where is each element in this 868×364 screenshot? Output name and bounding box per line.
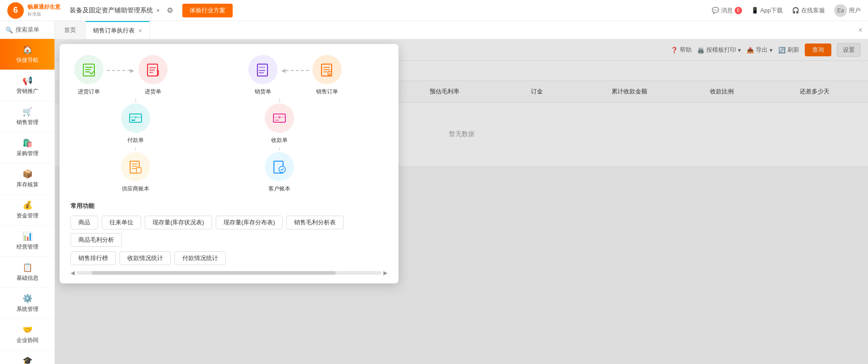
message-item[interactable]: 💬 消息 6 [712,6,742,15]
popup-scrollbar-thumb [92,271,336,275]
settings-icon[interactable]: ⚙ [167,6,173,15]
common-btn-stock-status[interactable]: 现存量(库存状况表) [145,216,212,229]
message-badge: 6 [735,7,742,14]
flow-sales-bill[interactable]: 销货单 [248,55,278,96]
flow-sales-order[interactable]: 销售订单 [312,55,342,96]
online-service-label: 在线客服 [801,6,825,15]
flow-receipt-bill[interactable]: ¥ 收款单 [265,103,294,144]
window-close-icon[interactable]: × [858,26,863,34]
bag-icon: 🛍️ [22,138,33,148]
online-service-item[interactable]: 🎧 在线客服 [792,6,825,15]
user-item[interactable]: Ea 用户 [834,4,861,17]
common-btn-product-profit[interactable]: 商品毛利分析 [71,233,122,247]
common-btn-stock-distribution[interactable]: 现存量(库存分布表) [216,216,283,229]
common-btn-partner[interactable]: 往来单位 [102,216,141,229]
graduate-icon: 🎓 [22,356,33,364]
sidebar-label-marketing: 营销推广 [16,87,38,95]
flow-chart: 进货订单 ▶ 进货单 [71,55,388,193]
system-title-area: 装备及固定资产辅助管理系统 ▾ ⚙ 体验行业方案 [70,4,712,17]
sidebar-item-enterprise[interactable]: 🤝 企业协同 [0,319,55,350]
flow-purchase-order[interactable]: 进货订单 [74,55,104,96]
arrow-v-2: ↓ [134,144,137,152]
flow-customer-account[interactable]: 客户账本 [265,152,294,193]
svg-rect-18 [259,66,265,68]
sidebar-label-system: 系统管理 [16,305,38,313]
phone-icon: 📱 [751,7,759,14]
avatar: Ea [834,4,847,17]
svg-rect-16 [136,168,141,173]
sidebar-label-finance: 资金管理 [16,212,38,220]
sidebar-item-sales[interactable]: 🛒 销售管理 [0,101,55,132]
payment-bill-circle: ¥ [121,103,150,133]
logo-area: 6 畅康通好生意 标准版 [7,2,62,19]
common-buttons-row1: 商品 往来单位 现存量(库存状况表) 现存量(库存分布表) 销售毛利分析表 商品… [71,216,388,247]
flow-row-1: 进货订单 ▶ 进货单 [71,55,171,96]
popup-scrollbar [76,271,382,275]
app-download-label: App下载 [760,6,783,15]
sidebar-item-marketing[interactable]: 📢 营销推广 [0,70,55,101]
flow-row-3: 供应商账本 [117,152,154,193]
sidebar-item-system[interactable]: ⚙️ 系统管理 [0,288,55,319]
megaphone-icon: 📢 [22,76,33,86]
sidebar: 🔍 搜索菜单 🏠 快捷导航 📢 营销推广 🛒 销售管理 🛍️ 采购管理 📦 库存… [0,21,55,364]
tab-close-icon[interactable]: × [138,27,142,34]
logo-icon: 6 [7,2,24,19]
flow-payment-bill[interactable]: ¥ 付款单 [121,103,150,144]
trial-button[interactable]: 体验行业方案 [182,4,233,17]
supplier-account-label: 供应商账本 [122,185,149,193]
arrow-head-r: ◀ [281,67,286,74]
dropdown-arrow-icon[interactable]: ▾ [157,7,159,14]
sidebar-item-purchase[interactable]: 🛍️ 采购管理 [0,132,55,163]
svg-rect-17 [257,64,267,76]
flow-purchase-bill[interactable]: 进货单 [138,55,168,96]
message-label: 消息 [721,6,733,15]
arrow-h-1 [107,70,130,71]
flow-row-r1: 销货单 ◀ 销售订单 [245,55,345,96]
headset-icon: 🎧 [792,7,799,14]
popup-overlay: 进货订单 ▶ 进货单 [55,39,868,364]
scroll-right-icon[interactable]: ▶ [383,270,388,276]
cart-icon: 🛒 [22,107,33,117]
common-btn-receipt-stats[interactable]: 收款情况统计 [120,251,171,265]
sidebar-item-quick-nav[interactable]: 🏠 快捷导航 [0,39,55,70]
sidebar-label-enterprise: 企业协同 [16,337,38,344]
supplier-account-circle [121,152,150,181]
sidebar-item-inventory[interactable]: 📦 库存核算 [0,163,55,195]
tab-home-label: 首页 [64,26,76,34]
purchase-bill-label: 进货单 [145,88,161,96]
search-icon: 🔍 [5,27,13,33]
scroll-left-icon[interactable]: ◀ [71,270,75,276]
popup-card: 进货订单 ▶ 进货单 [60,44,399,283]
common-btn-sales-rank[interactable]: 销售排行榜 [71,251,116,265]
sidebar-item-operations[interactable]: 📊 经营管理 [0,226,55,257]
flow-row-r3: 客户账本 [261,152,298,193]
arrow-v-r1: ↓ [278,96,281,103]
sidebar-item-newbie[interactable]: 🎓 新手引导 [0,350,55,364]
tab-home[interactable]: 首页 [55,21,86,39]
sidebar-item-basics[interactable]: 📋 基础信息 [0,257,55,288]
payment-bill-label: 付款单 [127,136,144,144]
arrow-head-1: ▶ [130,67,135,74]
receipt-bill-circle: ¥ [265,103,294,133]
app-download-item[interactable]: 📱 App下载 [751,6,783,15]
chart-icon: 📊 [22,231,33,241]
common-btn-sales-analysis[interactable]: 销售毛利分析表 [286,216,344,229]
common-btn-product[interactable]: 商品 [71,216,98,229]
receipt-bill-label: 收款单 [271,136,288,144]
svg-rect-10 [131,120,135,121]
sales-order-label: 销售订单 [316,88,338,96]
top-header: 6 畅康通好生意 标准版 装备及固定资产辅助管理系统 ▾ ⚙ 体验行业方案 💬 … [0,0,868,21]
flow-supplier-account[interactable]: 供应商账本 [121,152,150,193]
header-right: 💬 消息 6 📱 App下载 🎧 在线客服 Ea 用户 [712,4,861,17]
search-menu-label: 搜索菜单 [16,26,39,34]
sidebar-item-finance[interactable]: 💰 资金管理 [0,195,55,226]
common-btn-payment-stats[interactable]: 付款情况统计 [175,251,226,265]
svg-text:¥: ¥ [134,115,137,120]
common-functions-title: 常用功能 [71,202,388,210]
tab-sales-order[interactable]: 销售订单执行表 × [86,21,150,39]
arrow-h-r1 [286,70,309,71]
money-icon: 💰 [22,200,33,210]
search-menu[interactable]: 🔍 搜索菜单 [0,21,55,39]
message-icon: 💬 [712,7,719,14]
arrow-v-1: ↓ [134,96,137,103]
